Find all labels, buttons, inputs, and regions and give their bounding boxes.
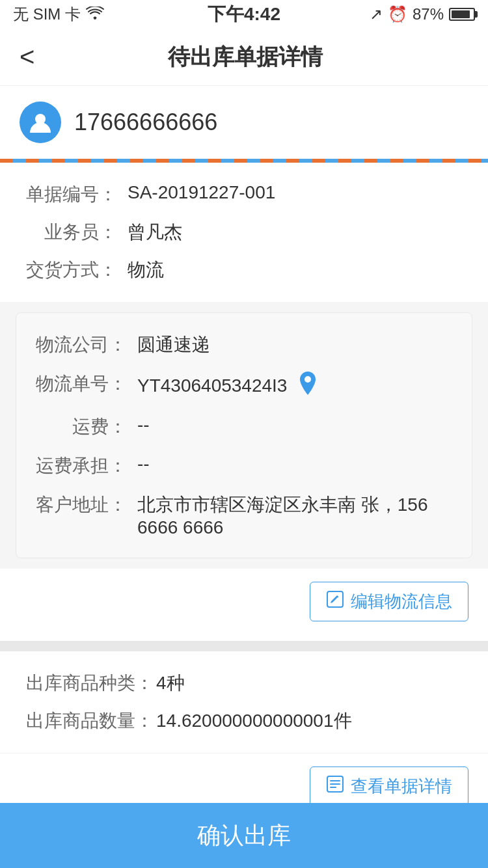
salesman-label: 业务员： [26, 220, 117, 245]
view-detail-label: 查看单据详情 [351, 775, 452, 798]
confirm-button[interactable]: 确认出库 [0, 803, 488, 868]
freight-row: 运费： -- [36, 414, 452, 439]
delivery-method-row: 交货方式： 物流 [26, 258, 462, 282]
user-phone: 17666666666 [74, 109, 217, 136]
page-title: 待出库单据详情 [47, 42, 442, 72]
salesman-row: 业务员： 曾凡杰 [26, 220, 462, 245]
carrier-text: 无 SIM 卡 [13, 4, 81, 25]
edit-btn-container: 编辑物流信息 [0, 569, 488, 641]
freight-bear-row: 运费承担： -- [36, 454, 452, 478]
goods-quantity-value: 14.620000000000001件 [156, 709, 352, 733]
freight-label: 运费： [36, 414, 127, 439]
logistics-company-label: 物流公司： [36, 332, 127, 357]
status-time: 下午4:42 [208, 2, 280, 27]
document-icon [326, 775, 344, 798]
logistics-card: 物流公司： 圆通速递 物流单号： YT43064053424I3 运费： -- … [16, 312, 472, 558]
location-status-icon: ↗ [370, 5, 383, 23]
status-left: 无 SIM 卡 [13, 4, 104, 25]
order-number-row: 单据编号： SA-20191227-001 [26, 182, 462, 207]
goods-quantity-row: 出库商品数量： 14.620000000000001件 [26, 709, 462, 733]
goods-type-row: 出库商品种类： 4种 [26, 671, 462, 696]
wifi-icon [86, 5, 104, 23]
goods-section: 出库商品种类： 4种 出库商品数量： 14.620000000000001件 [0, 651, 488, 753]
alarm-icon: ⏰ [388, 5, 407, 23]
status-bar: 无 SIM 卡 下午4:42 ↗ ⏰ 87% [0, 0, 488, 29]
edit-logistics-button[interactable]: 编辑物流信息 [310, 582, 468, 621]
goods-type-label: 出库商品种类： [26, 671, 154, 696]
user-section: 17666666666 [0, 86, 488, 159]
svg-point-0 [94, 17, 96, 20]
delivery-method-label: 交货方式： [26, 258, 117, 282]
freight-value: -- [137, 414, 452, 435]
logistics-tracking-label: 物流单号： [36, 372, 127, 396]
tracking-location-icon[interactable] [297, 372, 318, 400]
svg-point-2 [305, 376, 311, 383]
nav-bar: < 待出库单据详情 [0, 29, 488, 86]
back-button[interactable]: < [20, 42, 34, 72]
order-number-label: 单据编号： [26, 182, 117, 207]
dashed-divider [0, 159, 488, 163]
edit-logistics-label: 编辑物流信息 [351, 590, 452, 613]
battery-icon [449, 8, 475, 21]
battery-text: 87% [413, 5, 444, 23]
goods-type-value: 4种 [156, 671, 185, 696]
gray-separator [0, 641, 488, 651]
freight-bear-value: -- [137, 454, 452, 474]
customer-address-row: 客户地址： 北京市市辖区海淀区永丰南 张，156 6666 6666 [36, 493, 452, 538]
logistics-tracking-row: 物流单号： YT43064053424I3 [36, 372, 452, 400]
freight-bear-label: 运费承担： [36, 454, 127, 478]
delivery-method-value: 物流 [128, 258, 462, 282]
status-right: ↗ ⏰ 87% [370, 5, 475, 23]
goods-quantity-label: 出库商品数量： [26, 709, 154, 733]
customer-address-value: 北京市市辖区海淀区永丰南 张，156 6666 6666 [137, 493, 452, 538]
view-detail-button[interactable]: 查看单据详情 [310, 766, 468, 806]
customer-address-label: 客户地址： [36, 493, 127, 517]
order-info-section: 单据编号： SA-20191227-001 业务员： 曾凡杰 交货方式： 物流 [0, 163, 488, 302]
salesman-value: 曾凡杰 [128, 220, 462, 245]
logistics-company-row: 物流公司： 圆通速递 [36, 332, 452, 357]
confirm-button-label: 确认出库 [197, 820, 291, 852]
edit-icon [326, 590, 344, 613]
logistics-company-value: 圆通速递 [137, 332, 452, 357]
avatar [20, 102, 61, 143]
order-number-value: SA-20191227-001 [128, 182, 462, 203]
logistics-tracking-value: YT43064053424I3 [137, 372, 452, 400]
